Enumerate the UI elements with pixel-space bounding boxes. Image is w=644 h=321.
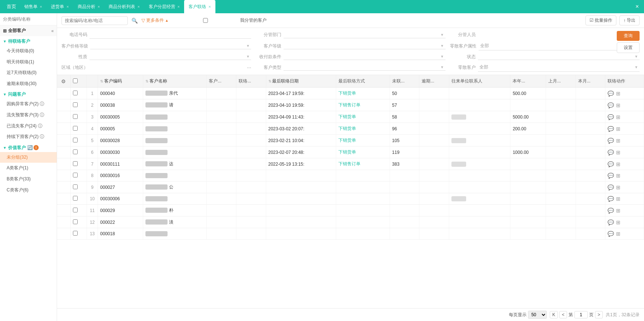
sidebar-item-b-class[interactable]: B类客户(33) bbox=[0, 174, 57, 185]
filter-retail-customer-select[interactable]: 全部▼ bbox=[478, 63, 640, 72]
last-way-link[interactable]: 下销货单 bbox=[338, 149, 356, 155]
filter-status-select[interactable]: ▼ bbox=[478, 53, 640, 60]
row-checkbox[interactable] bbox=[73, 196, 78, 201]
row-checkbox[interactable] bbox=[73, 114, 78, 119]
filter-retail-attr-select[interactable]: 全部▼ bbox=[479, 42, 640, 50]
contact-apps-icon[interactable]: ⊞ bbox=[616, 173, 620, 179]
contact-chat-icon[interactable]: 💬 bbox=[608, 231, 614, 237]
contact-chat-icon[interactable]: 💬 bbox=[608, 173, 614, 179]
search-input[interactable] bbox=[61, 16, 128, 25]
row-checkbox[interactable] bbox=[73, 102, 78, 107]
contact-chat-icon[interactable]: 💬 bbox=[608, 161, 614, 167]
contact-apps-icon[interactable]: ⊞ bbox=[616, 231, 620, 237]
contact-apps-icon[interactable]: ⊞ bbox=[616, 219, 620, 225]
prev-page-button[interactable]: < bbox=[559, 311, 567, 318]
contact-apps-icon[interactable]: ⊞ bbox=[616, 149, 620, 155]
settings-icon[interactable]: ⚙ bbox=[61, 78, 66, 84]
export-button[interactable]: ↑ 导出 bbox=[619, 15, 640, 25]
contact-chat-icon[interactable]: 💬 bbox=[608, 149, 614, 155]
filter-payment-select[interactable]: ▼ bbox=[284, 53, 445, 60]
tab-sales-order[interactable]: 销售单 × bbox=[20, 0, 46, 13]
contact-apps-icon[interactable]: ⊞ bbox=[616, 102, 620, 108]
contact-apps-icon[interactable]: ⊞ bbox=[616, 126, 620, 132]
row-checkbox[interactable] bbox=[73, 231, 78, 236]
contact-apps-icon[interactable]: ⊞ bbox=[616, 208, 620, 214]
th-customer-code[interactable]: 客户编码 bbox=[98, 75, 143, 88]
filter-search-icon[interactable]: 🔍 bbox=[131, 18, 138, 24]
contact-apps-icon[interactable]: ⊞ bbox=[616, 91, 620, 96]
contact-chat-icon[interactable]: 💬 bbox=[608, 196, 614, 202]
sidebar-item-ungrouped[interactable]: 未分组(32) bbox=[0, 152, 57, 163]
next-page-button[interactable]: > bbox=[595, 311, 603, 318]
first-page-button[interactable]: K bbox=[550, 311, 558, 318]
row-checkbox[interactable] bbox=[73, 173, 78, 177]
sidebar-item-churned[interactable]: 已流失客户(24) ⓘ bbox=[0, 121, 57, 132]
close-purchase-order-icon[interactable]: × bbox=[66, 4, 68, 9]
contact-chat-icon[interactable]: 💬 bbox=[608, 184, 614, 190]
close-sales-order-icon[interactable]: × bbox=[40, 4, 42, 9]
query-button[interactable]: 查询 bbox=[617, 31, 640, 41]
tab-customer-segment[interactable]: 客户分层经营 × bbox=[144, 0, 184, 13]
row-checkbox[interactable] bbox=[73, 161, 78, 166]
sidebar-group-pending-contact[interactable]: ▼ 待联络客户 bbox=[0, 36, 57, 46]
sidebar-item-today-pending[interactable]: 今天待联络(0) bbox=[0, 46, 57, 57]
contact-chat-icon[interactable]: 💬 bbox=[608, 208, 614, 214]
contact-apps-icon[interactable]: ⊞ bbox=[616, 184, 620, 190]
settings-button[interactable]: 设置 bbox=[617, 42, 640, 53]
last-way-link[interactable]: 下销售订单 bbox=[338, 161, 360, 166]
sidebar-item-declining[interactable]: 持续下滑客户(2) ⓘ bbox=[0, 131, 57, 142]
select-all-checkbox[interactable] bbox=[73, 78, 78, 83]
sidebar-item-churn-warning[interactable]: 流失预警客户(3) ⓘ bbox=[0, 110, 57, 121]
row-checkbox[interactable] bbox=[73, 138, 78, 142]
filter-dept-select[interactable]: ▼ bbox=[284, 32, 445, 38]
sidebar-group-value-customers[interactable]: ▼ 价值客户 🔄 ! bbox=[0, 142, 57, 152]
filter-price-level-select[interactable]: ▼ bbox=[90, 43, 251, 49]
filter-nature-select[interactable]: ▼ bbox=[89, 53, 251, 60]
contact-apps-icon[interactable]: ⊞ bbox=[616, 114, 620, 120]
sidebar-item-overdue-pending[interactable]: 逾期未联络(30) bbox=[0, 78, 57, 89]
filter-customer-level-select[interactable]: ▼ bbox=[284, 43, 445, 49]
contact-chat-icon[interactable]: 💬 bbox=[608, 219, 614, 225]
row-checkbox[interactable] bbox=[73, 219, 78, 224]
close-customer-contact-icon[interactable]: × bbox=[208, 4, 211, 9]
sidebar-search-input[interactable] bbox=[3, 17, 57, 22]
contact-chat-icon[interactable]: 💬 bbox=[608, 138, 614, 144]
last-way-link[interactable]: 下销货单 bbox=[338, 114, 356, 119]
last-way-link[interactable]: 下销货单 bbox=[338, 138, 356, 143]
row-checkbox[interactable] bbox=[73, 208, 78, 212]
sidebar-item-abnormal-purchase[interactable]: 因购异常客户(2) ⓘ bbox=[0, 99, 57, 110]
sidebar-item-a-class[interactable]: A类客户(1) bbox=[0, 163, 57, 174]
close-product-analysis-list-icon[interactable]: × bbox=[137, 4, 140, 9]
row-checkbox[interactable] bbox=[73, 91, 78, 95]
th-customer-name[interactable]: 客户名称 bbox=[143, 75, 207, 88]
contact-chat-icon[interactable]: 💬 bbox=[608, 126, 614, 132]
more-conditions-button[interactable]: ▽ 更多条件 ▲ bbox=[141, 17, 169, 24]
my-customers-checkbox-label[interactable]: 我分管的客户 bbox=[172, 17, 267, 24]
contact-chat-icon[interactable]: 💬 bbox=[608, 102, 614, 108]
tab-customer-contact[interactable]: 客户联络 × bbox=[184, 0, 215, 13]
collapse-sidebar-icon[interactable]: « bbox=[51, 28, 54, 33]
window-close-icon[interactable]: × bbox=[633, 3, 641, 10]
tab-purchase-order[interactable]: 进货单 × bbox=[46, 0, 73, 13]
tab-product-analysis-list[interactable]: 商品分析列表 × bbox=[104, 0, 144, 13]
contact-apps-icon[interactable]: ⊞ bbox=[616, 196, 620, 202]
filter-phone-input[interactable] bbox=[89, 31, 251, 39]
sidebar-group-problem-customers[interactable]: ▼ 问题客户 bbox=[0, 89, 57, 99]
row-checkbox[interactable] bbox=[73, 149, 78, 154]
contact-chat-icon[interactable]: 💬 bbox=[608, 114, 614, 120]
home-tab[interactable]: 首页 bbox=[3, 0, 20, 13]
my-customers-checkbox[interactable] bbox=[172, 18, 239, 23]
sidebar-item-tomorrow-pending[interactable]: 明天待联络(1) bbox=[0, 57, 57, 68]
last-way-link[interactable]: 下销货单 bbox=[338, 126, 356, 131]
contact-chat-icon[interactable]: 💬 bbox=[608, 91, 614, 96]
contact-apps-icon[interactable]: ⊞ bbox=[616, 138, 620, 144]
last-way-link[interactable]: 下销货单 bbox=[338, 91, 356, 96]
sidebar-item-7days-pending[interactable]: 近7天待联络(0) bbox=[0, 67, 57, 78]
filter-region-dots-button[interactable]: ··· bbox=[247, 64, 251, 70]
close-product-analysis-icon[interactable]: × bbox=[98, 4, 100, 9]
th-last-contact-date[interactable]: 最后联络日期 bbox=[266, 75, 336, 88]
row-checkbox[interactable] bbox=[73, 184, 78, 189]
batch-ops-button[interactable]: ☑ 批量操作 bbox=[585, 15, 616, 25]
contact-apps-icon[interactable]: ⊞ bbox=[616, 161, 620, 167]
row-checkbox[interactable] bbox=[73, 126, 78, 131]
